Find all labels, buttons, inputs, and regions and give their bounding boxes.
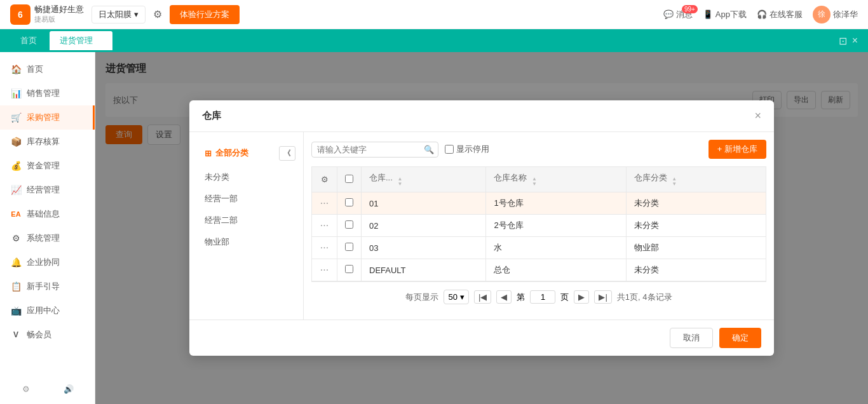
show-disabled-checkbox[interactable]: [445, 145, 454, 154]
modal-body: ⊞ 全部分类 《 未分类 经营一部 经营二部 物业部: [189, 132, 774, 320]
page-prev-button[interactable]: ◀: [496, 290, 512, 304]
sidebar-item-finance-label: 资金管理: [27, 160, 60, 172]
show-disabled-item: 显示停用: [445, 144, 489, 155]
row-name: 2号仓库: [486, 215, 626, 237]
logo-text-block: 畅捷通好生意 捷易版: [34, 4, 84, 24]
sales-icon: 📊: [10, 88, 22, 99]
table-row[interactable]: ··· 03 水 物业部: [312, 237, 766, 259]
sidebar-item-apps[interactable]: 📺 应用中心: [0, 299, 95, 323]
table-row[interactable]: ··· 02 2号仓库 未分类: [312, 215, 766, 237]
enterprise-icon: 🔔: [10, 257, 22, 268]
sidebar-item-member-label: 畅会员: [27, 329, 51, 340]
sidebar-item-system[interactable]: ⚙ 系统管理: [0, 226, 95, 250]
category-item-ops2[interactable]: 经营二部: [189, 210, 303, 231]
col-name: 仓库名称 ▲▼: [486, 167, 626, 192]
sidebar-item-purchase[interactable]: 🛒 采购管理: [0, 105, 95, 130]
sidebar-item-member[interactable]: V 畅会员: [0, 323, 95, 347]
page-next-button[interactable]: ▶: [574, 290, 589, 304]
page-label: 第: [517, 292, 525, 303]
row-dots[interactable]: ···: [312, 192, 337, 215]
modal-title: 仓库: [202, 110, 221, 122]
sidebar-item-guide[interactable]: 📋 新手引导: [0, 274, 95, 299]
page-last-button[interactable]: ▶|: [594, 290, 611, 304]
try-button[interactable]: 体验行业方案: [170, 5, 240, 24]
row-number: [337, 192, 362, 215]
page-number-input[interactable]: [530, 290, 555, 304]
all-categories-item[interactable]: ⊞ 全部分类: [197, 144, 256, 163]
row-code: 02: [362, 215, 486, 237]
purchase-icon: 🛒: [10, 112, 22, 123]
apps-icon: 📺: [10, 305, 22, 316]
sidebar: 🏠 首页 📊 销售管理 🛒 采购管理 📦 库存核算 💰 资金管理 📈 经营管理 …: [0, 52, 95, 404]
table-container: ⚙ 仓库... ▲▼: [311, 166, 766, 281]
app-icon: 📱: [703, 10, 713, 19]
app-download-item[interactable]: 📱 App下载: [703, 9, 747, 20]
row-number: [337, 259, 362, 281]
nav-restore-button[interactable]: ⊡: [839, 35, 847, 47]
search-icon[interactable]: 🔍: [424, 145, 434, 154]
nav-close-button[interactable]: ×: [852, 35, 858, 47]
row-checkbox[interactable]: [345, 265, 353, 273]
sidebar-speaker-icon[interactable]: 🔊: [64, 384, 74, 394]
row-checkbox[interactable]: [345, 220, 353, 229]
sidebar-bottom: ⚙ 🔊: [0, 379, 95, 399]
per-page-value: 50: [448, 292, 457, 302]
store-selector[interactable]: 日太阳膜 ▾: [92, 6, 146, 24]
sidebar-item-inventory[interactable]: 📦 库存核算: [0, 130, 95, 154]
select-all-checkbox[interactable]: [345, 175, 353, 183]
search-box[interactable]: 🔍: [311, 142, 438, 158]
message-item[interactable]: 💬 消息 99+: [663, 9, 693, 20]
table-row[interactable]: ··· DEFAULT 总仓 未分类: [312, 259, 766, 281]
row-code: 01: [362, 192, 486, 215]
tab-home[interactable]: 首页: [10, 31, 47, 50]
sidebar-item-finance[interactable]: 💰 资金管理: [0, 154, 95, 178]
collapse-button[interactable]: 《: [279, 146, 295, 161]
sidebar-item-basics[interactable]: EA 基础信息: [0, 202, 95, 226]
settings-icon[interactable]: ⚙: [153, 8, 162, 20]
logo-area: 6 畅捷通好生意 捷易版: [10, 4, 84, 25]
service-label: 在线客服: [770, 9, 803, 20]
tab-close-icon[interactable]: ×: [98, 36, 103, 45]
row-checkbox[interactable]: [345, 198, 353, 206]
row-dots[interactable]: ···: [312, 237, 337, 259]
table-row[interactable]: ··· 01 1号仓库 未分类: [312, 192, 766, 215]
sidebar-settings-icon[interactable]: ⚙: [22, 384, 30, 394]
col-code: 仓库... ▲▼: [362, 167, 486, 192]
per-page-select[interactable]: 50 ▾: [444, 290, 468, 304]
modal-close-button[interactable]: ×: [754, 109, 761, 123]
add-warehouse-button[interactable]: + 新增仓库: [709, 140, 766, 159]
sort-code-icon[interactable]: ▲▼: [397, 177, 402, 187]
category-item-property[interactable]: 物业部: [189, 231, 303, 253]
service-item[interactable]: 🎧 在线客服: [757, 9, 803, 20]
sidebar-item-sales[interactable]: 📊 销售管理: [0, 81, 95, 105]
modal-footer: 取消 确定: [189, 320, 774, 356]
sidebar-item-home[interactable]: 🏠 首页: [0, 57, 95, 81]
category-sidebar: ⊞ 全部分类 《 未分类 经营一部 经营二部 物业部: [189, 132, 304, 320]
col-check: [337, 167, 362, 192]
top-header: 6 畅捷通好生意 捷易版 日太阳膜 ▾ ⚙ 体验行业方案 💬 消息 99+ 📱 …: [0, 0, 868, 29]
warehouse-table: ⚙ 仓库... ▲▼: [311, 166, 766, 281]
row-dots[interactable]: ···: [312, 259, 337, 281]
sort-name-icon[interactable]: ▲▼: [532, 177, 537, 187]
warehouse-modal: 仓库 × ⊞ 全部分类 《 未分类: [189, 100, 774, 356]
nav-right: ⊡ ×: [839, 35, 858, 47]
sidebar-item-system-label: 系统管理: [27, 232, 60, 244]
row-dots[interactable]: ···: [312, 215, 337, 237]
tab-purchase[interactable]: 进货管理 ×: [50, 31, 112, 50]
all-categories-label: 全部分类: [215, 147, 248, 159]
category-item-unclassified[interactable]: 未分类: [189, 166, 303, 188]
sidebar-item-operations[interactable]: 📈 经营管理: [0, 178, 95, 202]
page-first-button[interactable]: |◀: [474, 290, 491, 304]
cancel-button[interactable]: 取消: [670, 328, 713, 348]
sidebar-item-enterprise[interactable]: 🔔 企业协同: [0, 250, 95, 274]
sidebar-item-apps-label: 应用中心: [27, 305, 60, 316]
category-item-ops1[interactable]: 经营一部: [189, 188, 303, 210]
sort-category-icon[interactable]: ▲▼: [672, 177, 677, 187]
row-checkbox[interactable]: [345, 243, 353, 251]
row-code: 03: [362, 237, 486, 259]
modal-main-content: 🔍 显示停用 + 新增仓库: [304, 132, 774, 320]
user-item[interactable]: 徐 徐泽华: [813, 6, 858, 24]
search-input[interactable]: [317, 145, 424, 154]
row-name: 水: [486, 237, 626, 259]
confirm-button[interactable]: 确定: [719, 328, 761, 348]
